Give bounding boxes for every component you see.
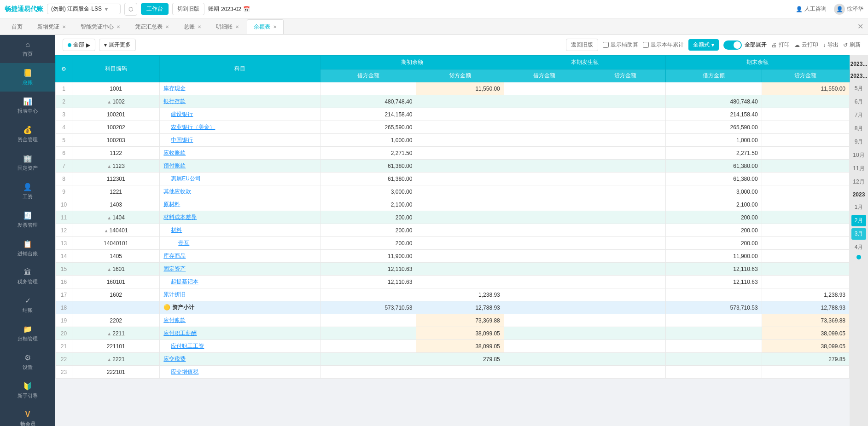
row-name[interactable]: 中国银行 — [160, 134, 320, 147]
tab-voucher-summary[interactable]: 凭证汇总表 ✕ — [128, 19, 176, 34]
row-name[interactable]: 起提基记本 — [160, 276, 320, 288]
row-name[interactable]: 固定资产 — [160, 263, 320, 276]
sidebar-item-archive[interactable]: 📁 归档管理 — [0, 319, 55, 348]
sidebar-item-invoice[interactable]: 🧾 发票管理 — [0, 206, 55, 234]
show-ytd-input[interactable] — [643, 42, 649, 48]
show-aux-checkbox[interactable]: 显示辅助算 — [603, 41, 638, 49]
sidebar-item-fixed[interactable]: 🏢 固定资产 — [0, 149, 55, 177]
row-name[interactable]: 应付职工薪酬 — [160, 327, 320, 340]
right-panel-month-10[interactable]: 10月 — [852, 150, 865, 161]
amount-cell: 200.00 — [666, 237, 762, 250]
print-icon: 🖨 — [771, 42, 777, 48]
consult-btn[interactable]: 👤 人工咨询 — [796, 5, 827, 13]
company-selector[interactable]: (勿删) 江西股金-LSS ▼ — [47, 4, 121, 14]
row-name[interactable]: 应付账款 — [160, 314, 320, 327]
right-panel-month-5[interactable]: 5月 — [854, 83, 864, 94]
style-btn[interactable]: 全额式 ▾ — [688, 39, 719, 51]
sidebar-item-settings[interactable]: ⚙ 设置 — [0, 348, 55, 376]
company-icon-btn[interactable]: ⬡ — [124, 3, 137, 16]
tab-detail[interactable]: 明细账 ✕ — [209, 19, 246, 34]
closing-group-header: 期末余额 — [666, 56, 850, 69]
right-panel-year-2023-1[interactable]: 2023... — [850, 59, 868, 69]
right-panel-year-2023-2[interactable]: 2023... — [850, 71, 868, 81]
right-panel-month-7[interactable]: 7月 — [854, 109, 864, 121]
workbench-button[interactable]: 工作台 — [141, 3, 169, 15]
sidebar-item-home[interactable]: ⌂ 首页 — [0, 35, 55, 63]
row-name[interactable]: 应付职工工资 — [160, 340, 320, 353]
tab-smart-center[interactable]: 智能凭证中心 ✕ — [74, 19, 127, 34]
tab-ledger-close[interactable]: ✕ — [198, 24, 201, 29]
amount-cell — [762, 198, 849, 211]
amount-cell — [320, 340, 416, 353]
amount-cell: 279.85 — [762, 353, 849, 366]
all-filter-btn[interactable]: 全部 ▶ — [63, 39, 95, 51]
tab-new-voucher-close[interactable]: ✕ — [62, 24, 66, 29]
row-name[interactable]: 应交增值税 — [160, 366, 320, 379]
right-panel-month-2-active[interactable]: 2月 — [851, 215, 866, 226]
row-name[interactable]: 壹瓦 — [160, 237, 320, 250]
tab-detail-close[interactable]: ✕ — [235, 24, 239, 29]
right-panel-month-9[interactable]: 9月 — [854, 136, 864, 148]
print-btn[interactable]: 🖨 打印 — [771, 41, 790, 49]
right-panel-year-label[interactable]: 2023 — [852, 190, 866, 200]
row-name[interactable]: 库存商品 — [160, 250, 320, 263]
sidebar-item-guide[interactable]: 🔰 新手引导 — [0, 376, 55, 405]
row-name[interactable]: 原材料 — [160, 198, 320, 211]
row-name[interactable]: 🟡资产小计 — [160, 301, 320, 314]
close-all-tabs[interactable]: ✕ — [857, 22, 863, 31]
cloud-print-btn[interactable]: ☁ 云打印 — [794, 41, 818, 49]
tab-new-voucher[interactable]: 新增凭证 ✕ — [30, 19, 73, 34]
sidebar-item-salary[interactable]: 👤 工资 — [0, 177, 55, 206]
row-name[interactable]: 应交税费 — [160, 353, 320, 366]
right-panel-month-3[interactable]: 3月 — [851, 228, 866, 240]
expand-all-label: 全部展开 — [745, 41, 767, 49]
row-name[interactable]: 惠属EU公司 — [160, 173, 320, 185]
expand-more-btn[interactable]: ▾ 展开更多 — [99, 39, 136, 51]
sidebar-item-assets[interactable]: 💰 资金管理 — [0, 120, 55, 149]
sidebar-item-ledger[interactable]: 📒 总账 — [0, 63, 55, 92]
right-panel-month-6[interactable]: 6月 — [854, 96, 864, 108]
sidebar-item-purchase[interactable]: 📋 进销台账 — [0, 234, 55, 263]
refresh-btn[interactable]: ↺ 刷新 — [843, 41, 861, 49]
all-dot-icon — [68, 43, 71, 47]
sidebar-item-settle[interactable]: ✓ 结账 — [0, 291, 55, 319]
row-name[interactable]: 其他应收款 — [160, 185, 320, 198]
tab-balance-close[interactable]: ✕ — [273, 24, 277, 29]
export-btn[interactable]: ↓ 导出 — [823, 41, 839, 49]
tab-voucher-summary-close[interactable]: ✕ — [165, 24, 169, 29]
row-name[interactable]: 材料成本差异 — [160, 211, 320, 224]
tab-home[interactable]: 首页 — [5, 19, 29, 34]
return-old-btn[interactable]: 返回旧版 — [566, 39, 598, 51]
row-name[interactable]: 预付账款 — [160, 160, 320, 173]
sidebar-item-tax[interactable]: 🏛 税务管理 — [0, 263, 55, 291]
show-aux-input[interactable] — [603, 42, 609, 48]
row-name[interactable]: 建设银行 — [160, 108, 320, 121]
row-name[interactable]: 库存现金 — [160, 82, 320, 95]
right-panel-month-12[interactable]: 12月 — [852, 176, 865, 188]
user-btn[interactable]: 👤 徐泽华 — [834, 4, 863, 15]
sidebar-item-report[interactable]: 📊 报表中心 — [0, 92, 55, 120]
row-name[interactable]: 农业银行（美金） — [160, 121, 320, 134]
tab-balance[interactable]: 余额表 ✕ — [247, 19, 284, 34]
tab-smart-center-close[interactable]: ✕ — [117, 24, 120, 29]
tab-ledger[interactable]: 总账 ✕ — [177, 19, 208, 34]
row-name[interactable]: 应收账款 — [160, 147, 320, 160]
row-name[interactable]: 累计折旧 — [160, 288, 320, 301]
show-ytd-checkbox[interactable]: 显示本年累计 — [643, 41, 684, 49]
right-panel-month-1[interactable]: 1月 — [854, 201, 864, 213]
purchase-icon: 📋 — [23, 240, 32, 248]
right-panel-dot-icon — [856, 255, 861, 259]
settings-gear-icon[interactable]: ⚙ — [61, 66, 66, 72]
row-name[interactable]: 银行存款 — [160, 95, 320, 108]
amount-cell — [504, 82, 585, 95]
right-panel-month-11[interactable]: 11月 — [852, 163, 865, 174]
style-label: 全额式 — [693, 41, 710, 49]
sidebar-item-member[interactable]: V 畅会员 — [0, 405, 55, 426]
expand-all-toggle[interactable] — [723, 40, 742, 50]
row-name[interactable]: 材料 — [160, 224, 320, 237]
right-panel-month-4[interactable]: 4月 — [854, 242, 864, 253]
right-panel-month-8[interactable]: 8月 — [854, 123, 864, 134]
switch-old-button[interactable]: 切到旧版 — [172, 3, 204, 15]
row-num: 5 — [56, 134, 72, 147]
amount-cell — [416, 237, 504, 250]
